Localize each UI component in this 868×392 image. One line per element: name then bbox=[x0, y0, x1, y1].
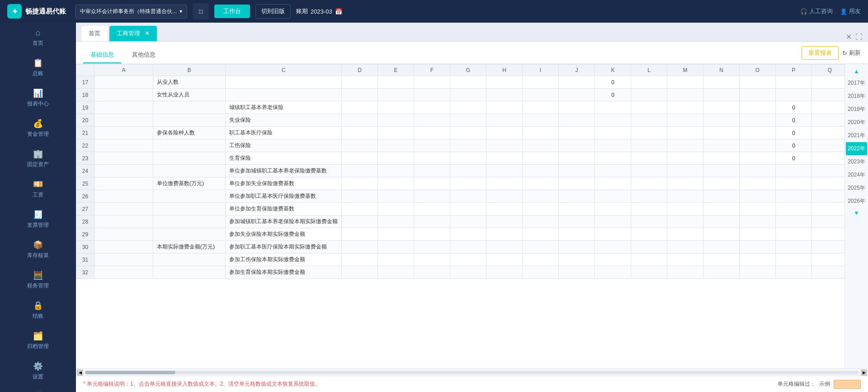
cell[interactable] bbox=[667, 76, 703, 89]
cell[interactable] bbox=[740, 253, 776, 266]
cell[interactable] bbox=[703, 101, 740, 114]
cell[interactable] bbox=[776, 177, 812, 190]
cell[interactable] bbox=[414, 89, 450, 101]
cell[interactable] bbox=[631, 139, 667, 152]
cell[interactable] bbox=[486, 241, 523, 253]
year-item[interactable]: 2017年 bbox=[846, 76, 867, 90]
cell[interactable] bbox=[740, 139, 776, 152]
cell[interactable] bbox=[631, 190, 667, 203]
sidebar-item-invoice[interactable]: 🧾 发票管理 bbox=[0, 204, 76, 234]
cell[interactable] bbox=[486, 203, 523, 215]
cell[interactable] bbox=[812, 139, 845, 152]
cell[interactable] bbox=[812, 215, 845, 228]
cell[interactable] bbox=[740, 89, 776, 101]
cell[interactable] bbox=[486, 228, 523, 241]
cell[interactable] bbox=[812, 241, 845, 253]
company-selector[interactable]: 中审众环会计师事务所（特殊普通合伙... ▾ bbox=[75, 5, 187, 19]
cell[interactable] bbox=[378, 89, 414, 101]
cell[interactable] bbox=[703, 152, 740, 165]
cell[interactable] bbox=[450, 152, 486, 165]
cell[interactable] bbox=[450, 253, 486, 266]
cell[interactable] bbox=[559, 127, 595, 139]
cell[interactable] bbox=[667, 127, 703, 139]
cell[interactable] bbox=[414, 228, 450, 241]
cell[interactable] bbox=[667, 253, 703, 266]
cell[interactable] bbox=[667, 190, 703, 203]
cell[interactable] bbox=[378, 190, 414, 203]
cell[interactable] bbox=[812, 228, 845, 241]
cell[interactable] bbox=[703, 127, 740, 139]
cell[interactable] bbox=[812, 152, 845, 165]
reset-button[interactable]: 重置报表 bbox=[802, 46, 839, 60]
cell[interactable] bbox=[740, 165, 776, 177]
cell[interactable] bbox=[631, 266, 667, 279]
cell[interactable] bbox=[631, 101, 667, 114]
cell[interactable] bbox=[703, 139, 740, 152]
cell[interactable] bbox=[414, 165, 450, 177]
cell[interactable] bbox=[631, 89, 667, 101]
h-scroll-thumb[interactable] bbox=[85, 371, 175, 374]
cell[interactable] bbox=[667, 114, 703, 127]
cell[interactable] bbox=[414, 203, 450, 215]
cell[interactable] bbox=[523, 127, 559, 139]
cell[interactable] bbox=[414, 266, 450, 279]
cell[interactable] bbox=[559, 203, 595, 215]
cell[interactable] bbox=[667, 177, 703, 190]
cell[interactable] bbox=[414, 101, 450, 114]
cell[interactable] bbox=[812, 190, 845, 203]
cell[interactable] bbox=[740, 114, 776, 127]
cell[interactable]: 生育保险 bbox=[226, 152, 342, 165]
cell[interactable] bbox=[812, 165, 845, 177]
cell[interactable] bbox=[523, 266, 559, 279]
cell[interactable] bbox=[523, 89, 559, 101]
cell[interactable] bbox=[153, 165, 226, 177]
cell[interactable] bbox=[450, 89, 486, 101]
cell[interactable] bbox=[703, 165, 740, 177]
cell[interactable] bbox=[559, 177, 595, 190]
cell[interactable] bbox=[450, 215, 486, 228]
cell[interactable] bbox=[342, 253, 378, 266]
cell[interactable] bbox=[414, 190, 450, 203]
cell[interactable]: 单位缴费基数(万元) bbox=[153, 177, 226, 190]
cell[interactable]: 参加工伤保险本期实际缴费金额 bbox=[226, 253, 342, 266]
cell[interactable] bbox=[812, 76, 845, 89]
cell[interactable] bbox=[94, 76, 153, 89]
sidebar-item-settings[interactable]: ⚙️ 设置 bbox=[0, 356, 76, 386]
sidebar-item-tax[interactable]: 🧮 税务管理 bbox=[0, 265, 76, 295]
cell[interactable] bbox=[378, 177, 414, 190]
cell[interactable] bbox=[559, 228, 595, 241]
cell[interactable] bbox=[486, 165, 523, 177]
cell[interactable] bbox=[595, 114, 631, 127]
cell[interactable] bbox=[378, 101, 414, 114]
cell[interactable] bbox=[450, 127, 486, 139]
cell[interactable] bbox=[595, 152, 631, 165]
cell[interactable] bbox=[94, 101, 153, 114]
cell[interactable]: 0 bbox=[776, 139, 812, 152]
sidebar-item-report[interactable]: 📊 报表中心 bbox=[0, 83, 76, 113]
cell[interactable] bbox=[414, 253, 450, 266]
close-window-icon[interactable]: ✕ bbox=[846, 33, 852, 41]
cell[interactable] bbox=[450, 139, 486, 152]
cell[interactable] bbox=[812, 177, 845, 190]
cell[interactable] bbox=[703, 177, 740, 190]
tab-close-icon[interactable]: ✕ bbox=[145, 30, 150, 37]
cell[interactable] bbox=[667, 101, 703, 114]
cell[interactable] bbox=[342, 190, 378, 203]
cell[interactable] bbox=[94, 177, 153, 190]
cell[interactable] bbox=[153, 215, 226, 228]
cell[interactable] bbox=[486, 190, 523, 203]
cell[interactable] bbox=[667, 215, 703, 228]
cell[interactable]: 0 bbox=[595, 89, 631, 101]
cell[interactable] bbox=[378, 228, 414, 241]
cell[interactable] bbox=[776, 165, 812, 177]
cell[interactable] bbox=[740, 203, 776, 215]
cell[interactable] bbox=[740, 228, 776, 241]
cell[interactable] bbox=[776, 266, 812, 279]
cell[interactable] bbox=[667, 139, 703, 152]
cell[interactable] bbox=[378, 139, 414, 152]
sub-tab-basic[interactable]: 基础信息 bbox=[83, 47, 121, 63]
cell[interactable] bbox=[94, 139, 153, 152]
cell[interactable] bbox=[450, 177, 486, 190]
cell[interactable] bbox=[94, 228, 153, 241]
cell[interactable] bbox=[378, 203, 414, 215]
